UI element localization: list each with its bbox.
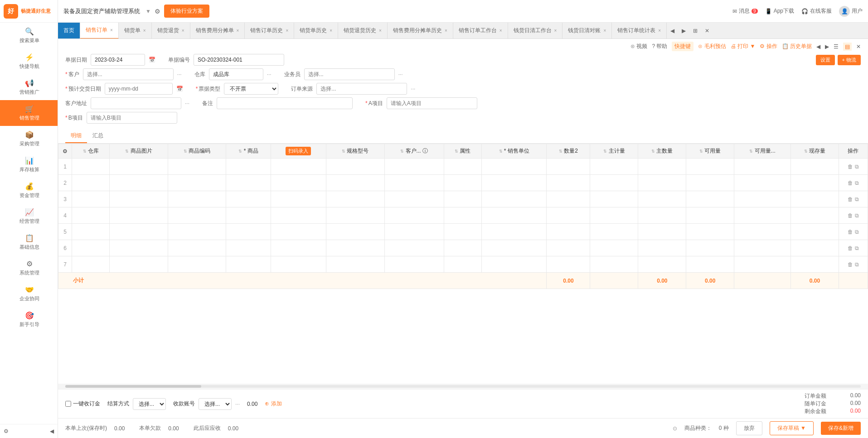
cell-r7-c10[interactable] <box>590 256 638 273</box>
tab-close-6[interactable]: × <box>330 28 332 33</box>
copy-icon-1[interactable]: ⧉ <box>855 164 859 170</box>
cell-r7-c3[interactable] <box>226 256 271 273</box>
tab-close-11[interactable]: × <box>603 28 606 33</box>
nav-next[interactable]: ▶ <box>825 43 829 50</box>
payment-dots[interactable]: ··· <box>235 401 240 407</box>
cell-r7-c2[interactable] <box>168 256 226 273</box>
col-spec[interactable]: ⇅ 规格型号 <box>326 144 385 159</box>
scroll-area[interactable] <box>58 384 868 389</box>
discard-btn[interactable]: 放弃 <box>736 421 762 435</box>
copy-icon-7[interactable]: ⧉ <box>855 261 859 268</box>
cell-r7-c6[interactable] <box>384 256 444 273</box>
logistics-btn[interactable]: + 物流 <box>838 55 861 65</box>
cell-r6-c3[interactable] <box>226 240 271 256</box>
cell-r4-c8[interactable] <box>481 207 547 224</box>
print-btn[interactable]: 🖨 打印 ▼ <box>731 43 756 50</box>
cell-r4-c0[interactable] <box>72 207 110 224</box>
cell-r7-c0[interactable] <box>72 256 110 273</box>
cell-r5-c13[interactable] <box>734 224 791 240</box>
tab-6[interactable]: 销货单历史× <box>294 23 338 39</box>
copy-icon-2[interactable]: ⧉ <box>855 180 859 186</box>
tab-close-4[interactable]: × <box>237 28 239 33</box>
cell-r1-c1[interactable] <box>110 159 168 175</box>
cell-r6-c5[interactable] <box>326 240 385 256</box>
copy-icon-3[interactable]: ⧉ <box>855 196 859 202</box>
delete-icon-5[interactable]: 🗑 <box>848 229 853 235</box>
sidebar-item-sales[interactable]: 🛒销售管理 <box>0 100 58 126</box>
col-main-unit[interactable]: ⇅ 主计量 <box>590 144 638 159</box>
salesperson-input[interactable] <box>304 68 395 80</box>
one-click-deposit-label[interactable]: 一键收订金 <box>65 400 100 408</box>
settings-side-btn[interactable]: 设置 <box>816 55 835 65</box>
close-tab-btn[interactable]: ✕ <box>856 43 861 50</box>
cell-r7-c13[interactable] <box>734 256 791 273</box>
delete-icon-3[interactable]: 🗑 <box>848 196 853 202</box>
tab-nav-0[interactable]: ◀ <box>667 23 678 39</box>
online-service-btn[interactable]: 🎧 在线客服 <box>801 7 832 15</box>
cell-r1-c11[interactable] <box>638 159 686 175</box>
cell-r6-c7[interactable] <box>444 240 481 256</box>
cell-r1-c13[interactable] <box>734 159 791 175</box>
add-payment-btn[interactable]: ⊕ 添加 <box>265 400 281 408</box>
cell-r5-c11[interactable] <box>638 224 686 240</box>
cell-r2-c10[interactable] <box>590 175 638 191</box>
sidebar-item-operations[interactable]: 📈经营管理 <box>0 203 58 229</box>
cell-r7-c7[interactable] <box>444 256 481 273</box>
cell-r5-c9[interactable] <box>547 224 590 240</box>
cell-r3-c6[interactable] <box>384 191 444 207</box>
tab-close-2[interactable]: × <box>143 28 146 33</box>
cell-r7-c14[interactable] <box>790 256 839 273</box>
settings-icon[interactable]: ⚙ <box>4 428 9 434</box>
sidebar-item-marketing[interactable]: 📢营销推广 <box>0 74 58 100</box>
cell-r5-c4[interactable] <box>271 224 326 240</box>
tab-12[interactable]: 销售订单统计表× <box>612 23 667 39</box>
col-available2[interactable]: ⇅ 可用量... <box>734 144 791 159</box>
cell-r6-c14[interactable] <box>790 240 839 256</box>
cell-r4-c4[interactable] <box>271 207 326 224</box>
cell-r3-c5[interactable] <box>326 191 385 207</box>
app-download-btn[interactable]: 📱 App下载 <box>765 7 794 15</box>
tab-close-7[interactable]: × <box>379 28 382 33</box>
tab-9[interactable]: 销售订单工作台× <box>453 23 508 39</box>
tab-11[interactable]: 钱货日清对账× <box>563 23 612 39</box>
cell-r4-c2[interactable] <box>168 207 226 224</box>
cell-r5-c0[interactable] <box>72 224 110 240</box>
sidebar-item-quick-nav[interactable]: ⚡快捷导航 <box>0 48 58 74</box>
message-btn[interactable]: ✉ 消息 9 <box>732 7 758 15</box>
tab-8[interactable]: 销售费用分摊单历史× <box>388 23 453 39</box>
tab-close-3[interactable]: × <box>182 28 184 33</box>
cell-r3-c11[interactable] <box>638 191 686 207</box>
customer-dots[interactable]: ··· <box>177 71 182 77</box>
cell-r4-c7[interactable] <box>444 207 481 224</box>
solution-btn[interactable]: 体验行业方案 <box>164 5 209 18</box>
settlement-select[interactable]: 选择... <box>133 398 166 410</box>
scan-btn[interactable]: 扫码录入 <box>286 147 311 155</box>
tab-close-5[interactable]: × <box>286 28 288 33</box>
cell-r6-c2[interactable] <box>168 240 226 256</box>
cell-r1-c7[interactable] <box>444 159 481 175</box>
dropdown-icon[interactable]: ▼ <box>145 8 151 14</box>
cell-r2-c6[interactable] <box>384 175 444 191</box>
tab-10[interactable]: 钱货日清工作台× <box>508 23 563 39</box>
grid-view-btn[interactable]: ☰ <box>834 43 839 50</box>
nav-prev[interactable]: ◀ <box>816 43 820 50</box>
cell-r3-c9[interactable] <box>547 191 590 207</box>
cell-r5-c8[interactable] <box>481 224 547 240</box>
col-product-image[interactable]: ⇅ 商品图片 <box>110 144 168 159</box>
delete-icon-2[interactable]: 🗑 <box>848 180 853 186</box>
bill-date-input[interactable] <box>91 54 145 66</box>
cell-r6-c13[interactable] <box>734 240 791 256</box>
a-project-input[interactable] <box>387 97 477 109</box>
b-project-input[interactable] <box>87 112 177 124</box>
operate-btn[interactable]: ⚙ 操作 <box>760 43 777 50</box>
cell-r2-c4[interactable] <box>271 175 326 191</box>
tab-nav-1[interactable]: ▶ <box>678 23 689 39</box>
tab-close-8[interactable]: × <box>445 28 447 33</box>
cell-r2-c5[interactable] <box>326 175 385 191</box>
address-dots[interactable]: ··· <box>185 100 189 106</box>
cell-r2-c11[interactable] <box>638 175 686 191</box>
cell-r1-c12[interactable] <box>686 159 734 175</box>
user-btn[interactable]: 👤 用户 <box>839 6 863 17</box>
order-source-dots[interactable]: ··· <box>411 86 415 92</box>
cell-r2-c13[interactable] <box>734 175 791 191</box>
